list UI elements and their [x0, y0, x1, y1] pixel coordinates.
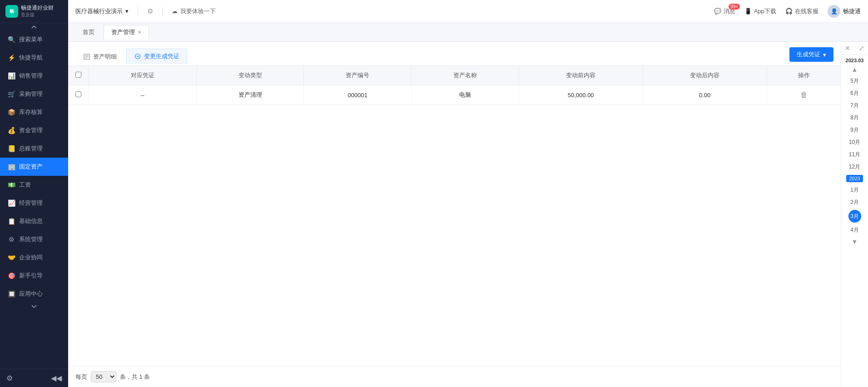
sidebar-item-funds[interactable]: 💰 资金管理 — [0, 121, 68, 139]
tab-close-icon[interactable]: × — [138, 29, 141, 36]
sidebar-item-operation[interactable]: 📈 经营管理 — [0, 194, 68, 212]
sidebar-item-label: 新手引导 — [19, 272, 43, 280]
month-item-3-active[interactable]: 3月 — [848, 210, 861, 223]
message-btn[interactable]: 💬 消息 99+ — [714, 7, 735, 15]
month-item-12[interactable]: 12月 — [841, 161, 868, 173]
table-container: 对应凭证 变动类型 资产编号 资产名称 — [68, 66, 841, 366]
funds-icon: 💰 — [7, 126, 15, 134]
panel-close-button[interactable]: ✕ — [845, 45, 850, 52]
col-asset-no: 资产编号 — [304, 66, 412, 85]
delete-row-button[interactable]: 🗑 — [800, 91, 808, 99]
sidebar-item-salary[interactable]: 💵 工资 — [0, 176, 68, 194]
sidebar-scroll-up[interactable] — [0, 23, 68, 30]
sidebar-item-enterprise[interactable]: 🤝 企业协同 — [0, 248, 68, 267]
asset-mgmt-label: 资产管理 — [111, 28, 135, 36]
month-item-5[interactable]: 5月 — [841, 75, 868, 87]
page-size-label: 每页 — [75, 373, 87, 381]
month-item-7[interactable]: 7月 — [841, 99, 868, 112]
guide-icon: 🎯 — [7, 272, 15, 280]
system-icon: ⚙ — [7, 235, 15, 243]
select-all-checkbox[interactable] — [75, 72, 81, 78]
page-size-select[interactable]: 10 20 50 100 — [91, 371, 116, 382]
company-selector[interactable]: 医疗器械行业演示 ▾ — [75, 7, 129, 15]
quick-nav-icon: ⚡ — [7, 54, 15, 62]
search-icon: 🔍 — [7, 35, 15, 44]
subtab-change-generate[interactable]: 变更生成凭证 — [126, 49, 187, 64]
subtabs: 资产明细 变更生成凭证 生成凭证 ▾ — [68, 42, 841, 66]
sidebar-scroll-down[interactable] — [0, 303, 68, 310]
sidebar-item-fixed-assets[interactable]: 🏢 固定资产 — [0, 158, 68, 176]
topbar-right: 💬 消息 99+ 📱 App下载 🎧 在线客服 👤 畅捷通 — [714, 5, 861, 18]
generate-voucher-button[interactable]: 生成凭证 ▾ — [789, 47, 833, 62]
month-item-10[interactable]: 10月 — [841, 136, 868, 149]
nav-down-arrow[interactable]: ▼ — [841, 236, 868, 247]
sidebar-item-label: 基础信息 — [19, 217, 43, 225]
row-checkbox[interactable] — [75, 91, 81, 97]
salary-icon: 💵 — [7, 181, 15, 189]
sidebar-item-inventory[interactable]: 📦 库存核算 — [0, 103, 68, 121]
cell-after-content: 0.00 — [643, 85, 767, 105]
panel-expand-button[interactable]: ⤢ — [859, 45, 864, 52]
col-voucher: 对应凭证 — [89, 66, 197, 85]
month-item-4[interactable]: 4月 — [841, 224, 868, 236]
avatar: 👤 — [828, 5, 840, 18]
subtab-asset-detail[interactable]: 资产明细 — [75, 49, 124, 64]
sidebar-item-purchase[interactable]: 🛒 采购管理 — [0, 85, 68, 103]
logo-icon: 畅 — [5, 5, 18, 18]
sidebar-item-guide[interactable]: 🎯 新手引导 — [0, 267, 68, 285]
customer-service-btn[interactable]: 🎧 在线客服 — [785, 7, 818, 15]
cell-action: 🗑 — [767, 85, 841, 105]
sidebar-item-label: 应用中心 — [19, 290, 43, 298]
sidebar-item-label: 工资 — [19, 181, 31, 189]
user-menu[interactable]: 👤 畅捷通 — [828, 5, 861, 18]
month-item-1[interactable]: 1月 — [841, 184, 868, 196]
sidebar-item-general-ledger[interactable]: 📒 总账管理 — [0, 139, 68, 158]
sidebar-item-sales[interactable]: 📊 销售管理 — [0, 67, 68, 85]
col-after-content: 变动后内容 — [643, 66, 767, 85]
data-table: 对应凭证 变动类型 资产编号 资产名称 — [68, 66, 841, 105]
month-item-11[interactable]: 11月 — [841, 149, 868, 161]
app-icon: 📱 — [744, 8, 752, 15]
purchase-icon: 🛒 — [7, 90, 15, 98]
month-item-2[interactable]: 2月 — [841, 196, 868, 208]
month-item-6[interactable]: 6月 — [841, 87, 868, 99]
sidebar-item-quick-nav[interactable]: ⚡ 快捷导航 — [0, 49, 68, 67]
change-generate-icon — [134, 53, 141, 60]
tab-asset-management[interactable]: 资产管理 × — [104, 25, 149, 40]
sidebar-item-basic-info[interactable]: 📋 基础信息 — [0, 212, 68, 230]
row-checkbox-cell — [68, 85, 89, 105]
fixed-assets-icon: 🏢 — [7, 163, 15, 171]
cell-asset-name: 电脑 — [412, 85, 519, 105]
sidebar-item-system[interactable]: ⚙ 系统管理 — [0, 230, 68, 248]
app-download-btn[interactable]: 📱 App下载 — [744, 7, 776, 15]
month-item-8[interactable]: 8月 — [841, 112, 868, 124]
sidebar-item-app-center[interactable]: 🔲 应用中心 — [0, 285, 68, 303]
sales-icon: 📊 — [7, 72, 15, 80]
nav-up-arrow[interactable]: ▲ — [841, 64, 868, 75]
col-action: 操作 — [767, 66, 841, 85]
experience-text: 我要体验一下 — [180, 7, 216, 15]
month-item-9[interactable]: 9月 — [841, 124, 868, 136]
settings-gear-icon[interactable]: ⚙ — [147, 7, 153, 15]
basic-info-icon: 📋 — [7, 217, 15, 225]
table-footer: 每页 10 20 50 100 条，共 1 条 — [68, 366, 841, 387]
home-label: 首页 — [83, 28, 94, 36]
sidebar-item-search[interactable]: 🔍 搜索菜单 — [0, 30, 68, 49]
tab-home[interactable]: 首页 — [75, 25, 102, 39]
asset-detail-icon — [83, 53, 90, 60]
sidebar-item-label: 企业协同 — [19, 253, 43, 262]
month-item-3-wrapper[interactable]: 3月 — [841, 208, 868, 224]
total-count: 条，共 1 条 — [120, 373, 150, 381]
current-period: 2023.03 — [841, 55, 868, 64]
sidebar-item-label: 固定资产 — [19, 163, 43, 171]
experience-btn[interactable]: ☁ 我要体验一下 — [172, 7, 216, 15]
sidebar-item-label: 经营管理 — [19, 199, 43, 207]
collapse-icon[interactable]: ◀◀ — [51, 374, 62, 382]
subtabs-left: 资产明细 变更生成凭证 — [75, 49, 187, 64]
settings-icon[interactable]: ⚙ — [6, 374, 13, 382]
subtab-change-generate-label: 变更生成凭证 — [144, 52, 179, 60]
app-download-label: App下载 — [754, 7, 776, 15]
sidebar-item-label: 采购管理 — [19, 90, 43, 98]
subtab-asset-detail-label: 资产明细 — [93, 53, 117, 61]
topbar-separator2 — [162, 7, 163, 16]
